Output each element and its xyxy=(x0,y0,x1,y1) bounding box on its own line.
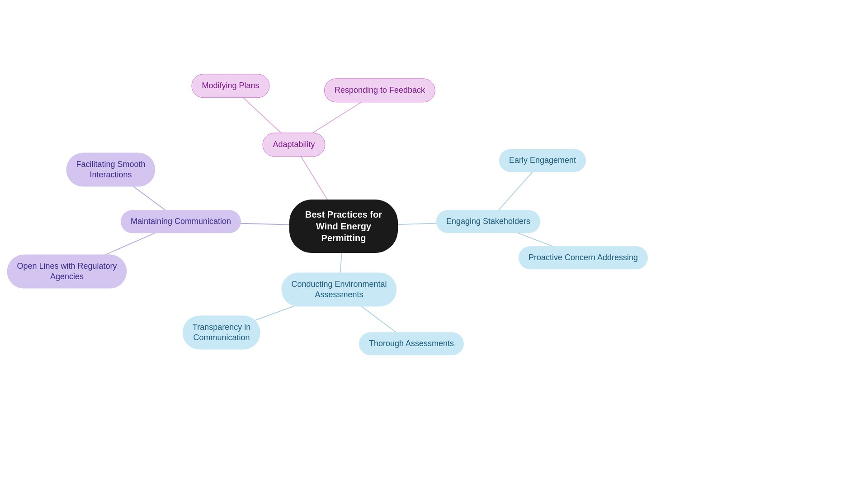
label-engaging-stakeholders: Engaging Stakeholders xyxy=(446,216,530,227)
label-modifying-plans: Modifying Plans xyxy=(202,81,259,91)
node-maintaining-communication[interactable]: Maintaining Communication xyxy=(121,210,241,233)
node-transparency[interactable]: Transparency in Communication xyxy=(183,316,260,350)
label-conducting-environmental: Conducting Environmental Assessments xyxy=(291,279,387,300)
center-node[interactable]: Best Practices for Wind Energy Permittin… xyxy=(289,200,398,253)
label-facilitating-smooth: Facilitating Smooth Interactions xyxy=(76,159,145,181)
label-open-lines: Open Lines with Regulatory Agencies xyxy=(17,261,117,282)
node-modifying-plans[interactable]: Modifying Plans xyxy=(191,74,269,98)
node-engaging-stakeholders[interactable]: Engaging Stakeholders xyxy=(436,210,540,233)
node-facilitating-smooth[interactable]: Facilitating Smooth Interactions xyxy=(66,153,155,187)
node-early-engagement[interactable]: Early Engagement xyxy=(499,149,586,172)
label-transparency: Transparency in Communication xyxy=(193,322,250,343)
connections-svg xyxy=(0,0,868,490)
label-adaptability: Adaptability xyxy=(273,139,315,150)
node-thorough-assessments[interactable]: Thorough Assessments xyxy=(359,332,464,355)
mindmap-container: Best Practices for Wind Energy Permittin… xyxy=(0,0,868,490)
node-open-lines[interactable]: Open Lines with Regulatory Agencies xyxy=(7,255,127,289)
label-early-engagement: Early Engagement xyxy=(509,155,576,166)
label-responding-to-feedback: Responding to Feedback xyxy=(335,85,425,95)
label-maintaining-communication: Maintaining Communication xyxy=(131,216,231,227)
node-proactive-concern[interactable]: Proactive Concern Addressing xyxy=(519,246,648,269)
center-label: Best Practices for Wind Energy Permittin… xyxy=(302,209,385,244)
node-conducting-environmental[interactable]: Conducting Environmental Assessments xyxy=(281,273,396,307)
label-thorough-assessments: Thorough Assessments xyxy=(369,338,454,349)
node-responding-to-feedback[interactable]: Responding to Feedback xyxy=(324,78,435,102)
node-adaptability[interactable]: Adaptability xyxy=(262,133,325,157)
label-proactive-concern: Proactive Concern Addressing xyxy=(528,252,638,263)
